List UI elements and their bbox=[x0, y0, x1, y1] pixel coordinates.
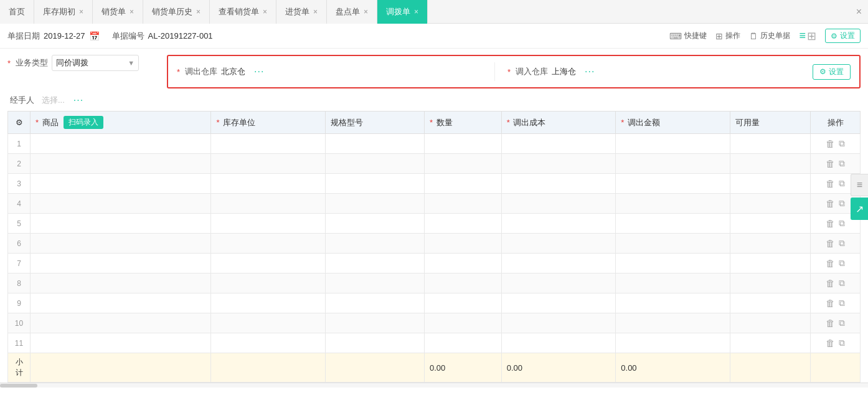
delete-row-icon[interactable]: 🗑 bbox=[826, 198, 835, 209]
delete-row-icon[interactable]: 🗑 bbox=[826, 338, 835, 348]
copy-row-icon[interactable]: ⧉ bbox=[839, 298, 845, 308]
product-cell[interactable] bbox=[31, 194, 211, 214]
copy-row-icon[interactable]: ⧉ bbox=[839, 138, 845, 149]
tab-transfer-order[interactable]: 调拨单 × bbox=[377, 0, 428, 24]
product-cell[interactable] bbox=[31, 234, 211, 254]
operation-button[interactable]: ⊞ 操作 bbox=[715, 31, 740, 41]
qty-cell[interactable] bbox=[425, 293, 502, 313]
product-cell[interactable] bbox=[31, 134, 211, 154]
copy-row-icon[interactable]: ⧉ bbox=[839, 198, 845, 209]
calendar-icon[interactable]: 📅 bbox=[89, 31, 100, 41]
scrollbar-thumb[interactable] bbox=[0, 384, 37, 388]
tab-sales-history[interactable]: 销货单历史 × bbox=[143, 0, 210, 24]
business-type-select[interactable]: 同价调拨 ▼ bbox=[52, 55, 139, 71]
right-panel-export-btn[interactable]: ↗ bbox=[851, 198, 868, 220]
cost-cell[interactable] bbox=[501, 274, 616, 293]
close-view-sales[interactable]: × bbox=[263, 7, 267, 16]
tab-inventory-check[interactable]: 盘点单 × bbox=[327, 0, 377, 24]
cost-cell[interactable] bbox=[501, 154, 616, 174]
right-panel-list-btn[interactable]: ≡ bbox=[851, 174, 868, 196]
amount-cell[interactable] bbox=[616, 194, 730, 214]
copy-row-icon[interactable]: ⧉ bbox=[839, 178, 845, 189]
product-cell[interactable] bbox=[31, 274, 211, 293]
qty-cell[interactable] bbox=[425, 134, 502, 154]
product-cell[interactable] bbox=[31, 254, 211, 274]
amount-cell[interactable] bbox=[616, 174, 730, 194]
tab-view-sales[interactable]: 查看销货单 × bbox=[210, 0, 276, 24]
close-all-tabs[interactable]: × bbox=[850, 6, 868, 17]
list-view-icon[interactable]: ≡ bbox=[799, 29, 806, 43]
warehouse-settings-button[interactable]: ⚙ 设置 bbox=[813, 64, 851, 80]
operator-placeholder[interactable]: 选择... bbox=[42, 95, 65, 106]
cost-cell[interactable] bbox=[501, 234, 616, 254]
qty-cell[interactable] bbox=[425, 333, 502, 353]
product-cell[interactable] bbox=[31, 174, 211, 194]
close-purchase-order[interactable]: × bbox=[313, 7, 318, 16]
cost-cell[interactable] bbox=[501, 214, 616, 234]
qty-cell[interactable] bbox=[425, 313, 502, 333]
cost-cell[interactable] bbox=[501, 313, 616, 333]
product-cell[interactable] bbox=[31, 333, 211, 353]
tab-purchase-order[interactable]: 进货单 × bbox=[276, 0, 327, 24]
delete-row-icon[interactable]: 🗑 bbox=[826, 278, 835, 288]
qty-cell[interactable] bbox=[425, 254, 502, 274]
qty-cell[interactable] bbox=[425, 174, 502, 194]
product-cell[interactable] bbox=[31, 154, 211, 174]
amount-cell[interactable] bbox=[616, 274, 730, 293]
close-sales-history[interactable]: × bbox=[196, 7, 200, 16]
delete-row-icon[interactable]: 🗑 bbox=[826, 318, 835, 328]
amount-cell[interactable] bbox=[616, 214, 730, 234]
delete-row-icon[interactable]: 🗑 bbox=[826, 158, 835, 169]
amount-cell[interactable] bbox=[616, 254, 730, 274]
cost-cell[interactable] bbox=[501, 134, 616, 154]
scan-entry-button[interactable]: 扫码录入 bbox=[64, 116, 103, 129]
transfer-out-more[interactable]: ··· bbox=[254, 66, 264, 77]
delete-row-icon[interactable]: 🗑 bbox=[826, 298, 835, 308]
tab-sales-order[interactable]: 销货单 × bbox=[93, 0, 143, 24]
copy-row-icon[interactable]: ⧉ bbox=[839, 318, 845, 328]
delete-row-icon[interactable]: 🗑 bbox=[826, 238, 835, 249]
close-transfer-order[interactable]: × bbox=[414, 7, 418, 16]
cost-cell[interactable] bbox=[501, 254, 616, 274]
transfer-in-more[interactable]: ··· bbox=[585, 66, 595, 77]
qty-cell[interactable] bbox=[425, 274, 502, 293]
copy-row-icon[interactable]: ⧉ bbox=[839, 238, 845, 249]
close-inventory-init[interactable]: × bbox=[79, 7, 83, 16]
th-gear[interactable]: ⚙ bbox=[8, 112, 31, 134]
amount-cell[interactable] bbox=[616, 234, 730, 254]
amount-cell[interactable] bbox=[616, 313, 730, 333]
amount-cell[interactable] bbox=[616, 154, 730, 174]
delete-row-icon[interactable]: 🗑 bbox=[826, 138, 835, 149]
history-button[interactable]: 🗒 历史单据 bbox=[749, 31, 790, 41]
settings-button[interactable]: ⚙ 设置 bbox=[825, 29, 861, 43]
delete-row-icon[interactable]: 🗑 bbox=[826, 258, 835, 269]
cost-cell[interactable] bbox=[501, 333, 616, 353]
cost-cell[interactable] bbox=[501, 174, 616, 194]
copy-row-icon[interactable]: ⧉ bbox=[839, 278, 845, 288]
qty-cell[interactable] bbox=[425, 214, 502, 234]
copy-row-icon[interactable]: ⧉ bbox=[839, 338, 845, 348]
product-cell[interactable] bbox=[31, 214, 211, 234]
amount-cell[interactable] bbox=[616, 333, 730, 353]
tab-home[interactable]: 首页 bbox=[0, 0, 34, 24]
product-cell[interactable] bbox=[31, 313, 211, 333]
grid-view-icon[interactable]: ⊞ bbox=[807, 29, 816, 43]
delete-row-icon[interactable]: 🗑 bbox=[826, 178, 835, 189]
cost-cell[interactable] bbox=[501, 293, 616, 313]
copy-row-icon[interactable]: ⧉ bbox=[839, 158, 845, 169]
qty-cell[interactable] bbox=[425, 154, 502, 174]
delete-row-icon[interactable]: 🗑 bbox=[826, 218, 835, 229]
qty-cell[interactable] bbox=[425, 194, 502, 214]
close-inventory-check[interactable]: × bbox=[364, 7, 368, 16]
amount-cell[interactable] bbox=[616, 293, 730, 313]
qty-cell[interactable] bbox=[425, 234, 502, 254]
cost-cell[interactable] bbox=[501, 194, 616, 214]
horizontal-scrollbar[interactable] bbox=[0, 383, 868, 388]
copy-row-icon[interactable]: ⧉ bbox=[839, 218, 845, 229]
amount-cell[interactable] bbox=[616, 134, 730, 154]
shortcut-button[interactable]: ⌨ 快捷键 bbox=[669, 31, 707, 41]
tab-inventory-init[interactable]: 库存期初 × bbox=[34, 0, 93, 24]
close-sales-order[interactable]: × bbox=[130, 7, 134, 16]
product-cell[interactable] bbox=[31, 293, 211, 313]
copy-row-icon[interactable]: ⧉ bbox=[839, 258, 845, 269]
